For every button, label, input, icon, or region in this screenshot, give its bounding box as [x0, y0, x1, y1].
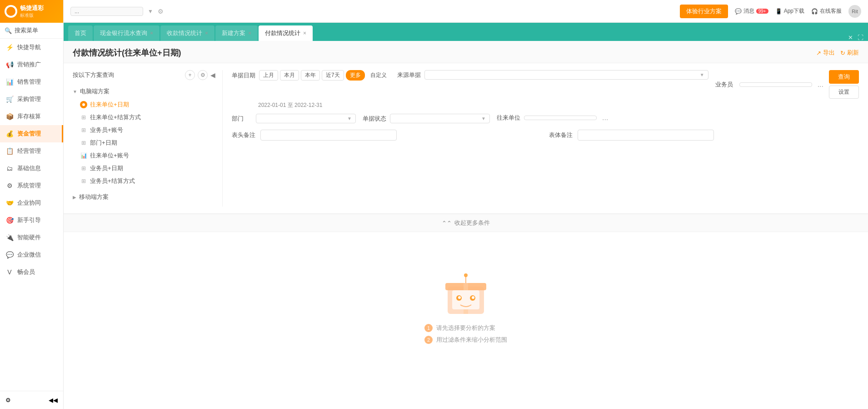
tab-receipt-label: 收款情况统计 [167, 29, 202, 37]
scheme-group-mobile-title[interactable]: ▶ 移动端方案 [73, 190, 215, 204]
collapse-bar[interactable]: ⌃⌃ 收起更多条件 [64, 214, 868, 232]
refresh-button[interactable]: ↻ 刷新 [840, 49, 859, 57]
user-avatar[interactable]: Rit [848, 5, 861, 18]
sidebar-item-quick-nav[interactable]: ⚡ 快捷导航 [0, 39, 63, 56]
note-body-input[interactable] [578, 130, 714, 141]
sidebar-item-finance[interactable]: 💰 资金管理 [0, 125, 63, 142]
scheme-item-salesperson-account[interactable]: ⊞ 业务员+账号 [77, 124, 215, 136]
dept-select[interactable]: ▼ [256, 114, 356, 123]
scheme-item-salesperson-settlement[interactable]: ⊞ 业务员+结算方式 [77, 175, 215, 187]
settings-icon[interactable]: ⚙ [5, 397, 11, 404]
arrow-down-icon: ▼ [73, 89, 77, 94]
sidebar-item-enterprise[interactable]: 🤝 企业协同 [0, 194, 63, 212]
scheme-item-counterpart-account[interactable]: 📊 往来单位+账号 [77, 149, 215, 162]
scheme-panel-title: 按以下方案查询 [73, 71, 114, 79]
scheme-item-salesperson-date[interactable]: ⊞ 业务员+日期 [77, 162, 215, 175]
scheme-item-counterpart-settlement[interactable]: ⊞ 往来单位+结算方式 [77, 111, 215, 124]
note-body-label: 表体备注 [549, 131, 574, 139]
tab-bar: 首页 现金银行流水查询 × 收款情况统计 × 新建方案 × 付款情况统计 × ✕… [64, 23, 868, 41]
tab-new[interactable]: 新建方案 × [215, 25, 258, 41]
date-btn-this-month[interactable]: 本月 [280, 70, 299, 81]
salesperson-dots[interactable]: ... [818, 81, 823, 89]
sidebar-item-basic[interactable]: 🗂 基础信息 [0, 160, 63, 177]
sidebar-search-label: 搜索菜单 [15, 26, 38, 35]
hint-num-1: 1 [424, 324, 433, 332]
sidebar-item-hardware[interactable]: 🔌 智能硬件 [0, 229, 63, 246]
query-button[interactable]: 查询 [829, 70, 859, 84]
sidebar-item-system[interactable]: ⚙ 系统管理 [0, 177, 63, 194]
sidebar-item-label: 营销推广 [17, 61, 41, 69]
system-icon: ⚙ [5, 182, 14, 190]
scheme-collapse-button[interactable]: ◀ [210, 71, 215, 79]
scheme-settings-button[interactable]: ⚙ [198, 70, 208, 80]
trial-button[interactable]: 体验行业方案 [680, 5, 728, 18]
sidebar-item-label: 系统管理 [17, 182, 41, 190]
scheme-group-desktop-title[interactable]: ▼ 电脑端方案 [73, 85, 215, 98]
date-btn-more[interactable]: 更多 [346, 70, 365, 81]
sidebar-item-label: 畅会员 [17, 268, 35, 276]
collapse-sidebar-icon[interactable]: ◀◀ [49, 397, 58, 404]
refresh-label: 刷新 [847, 49, 859, 57]
tab-receipt-close[interactable]: × [205, 30, 208, 36]
sidebar-item-sales[interactable]: 📊 销售管理 [0, 73, 63, 91]
scheme-item-dept-date[interactable]: ⊞ 部门+日期 [77, 136, 215, 149]
tab-new-close[interactable]: × [248, 30, 251, 36]
sidebar-item-label: 智能硬件 [17, 233, 41, 242]
filter-row-2: 部门 ▼ 单据状态 ▼ [232, 114, 859, 123]
scheme-add-button[interactable]: + [185, 70, 195, 80]
tab-home[interactable]: 首页 [68, 25, 93, 41]
settings-button[interactable]: 设置 [829, 86, 859, 99]
sidebar-item-wechat[interactable]: 💬 企业微信 [0, 246, 63, 263]
app-subtitle: 标准版 [20, 12, 44, 19]
note-header-input[interactable] [260, 130, 397, 141]
breadcrumb-input[interactable] [70, 7, 143, 16]
tab-bank-close[interactable]: × [150, 30, 153, 36]
tab-payment-close[interactable]: × [303, 30, 306, 36]
maximize-icon[interactable]: ⛶ [858, 34, 863, 41]
date-btn-custom[interactable]: 自定义 [367, 71, 390, 80]
date-btn-7days[interactable]: 近7天 [322, 70, 344, 81]
sidebar-item-guide[interactable]: 🎯 新手引导 [0, 212, 63, 229]
close-all-icon[interactable]: ✕ [848, 34, 853, 41]
empty-hint-2: 2 用过滤条件来缩小分析范围 [424, 336, 507, 344]
tabs-actions: ✕ ⛶ [848, 34, 863, 41]
sidebar-item-purchase[interactable]: 🛒 采购管理 [0, 91, 63, 108]
tab-payment[interactable]: 付款情况统计 × [259, 25, 313, 41]
salesperson-input[interactable] [739, 82, 812, 87]
grid-icon: ⊞ [80, 165, 87, 172]
source-select[interactable]: ▼ [424, 70, 708, 80]
source-label: 来源单据 [397, 71, 421, 79]
empty-state: 1 请先选择要分析的方案 2 用过滤条件来缩小分析范围 [64, 232, 868, 380]
hardware-icon: 🔌 [5, 233, 14, 242]
app-title: 畅捷通彩 [20, 4, 44, 12]
header-actions: 体验行业方案 💬 消息 99+ 📱 App下载 🎧 在线客服 Rit [680, 5, 861, 18]
sidebar-item-inventory[interactable]: 📦 库存核算 [0, 108, 63, 125]
date-buttons: 上月 本月 本年 近7天 更多 自定义 [259, 70, 390, 81]
tab-bank[interactable]: 现金银行流水查询 × [94, 25, 160, 41]
grid-icon: ⊞ [80, 177, 87, 185]
export-button[interactable]: ↗ 导出 [816, 49, 835, 57]
business-icon: 📋 [5, 147, 14, 155]
counterpart-input[interactable] [524, 116, 597, 120]
doc-status-select[interactable]: ▼ [390, 114, 490, 123]
tab-receipt[interactable]: 收款情况统计 × [160, 25, 215, 41]
sidebar-item-label: 经营管理 [17, 147, 41, 155]
chevron-up-icon: ⌃⌃ [442, 220, 452, 227]
sidebar-search-item[interactable]: 🔍 搜索菜单 [0, 23, 63, 39]
sidebar-item-business[interactable]: 📋 经营管理 [0, 142, 63, 160]
date-btn-this-year[interactable]: 本年 [301, 70, 320, 81]
scheme-item-counterpart-date[interactable]: 往来单位+日期 [77, 98, 215, 111]
online-service-button[interactable]: 🎧 在线客服 [811, 7, 842, 15]
sidebar-item-marketing[interactable]: 📢 营销推广 [0, 56, 63, 73]
notification-button[interactable]: 💬 消息 99+ [735, 7, 768, 15]
quick-nav-icon: ⚡ [5, 43, 14, 51]
gear-icon[interactable]: ⚙ [158, 8, 164, 15]
counterpart-dots[interactable]: ... [602, 114, 608, 122]
chevron-down-icon[interactable]: ▼ [148, 8, 153, 15]
purchase-icon: 🛒 [5, 95, 14, 103]
sidebar-item-member[interactable]: V 畅会员 [0, 263, 63, 281]
filter-date-field: 单据日期 上月 本月 本年 近7天 更多 自定义 [232, 70, 390, 81]
date-btn-last-month[interactable]: 上月 [259, 70, 278, 81]
filter-panel: 按以下方案查询 + ⚙ ◀ [64, 63, 868, 214]
app-download-button[interactable]: 📱 App下载 [775, 7, 804, 15]
